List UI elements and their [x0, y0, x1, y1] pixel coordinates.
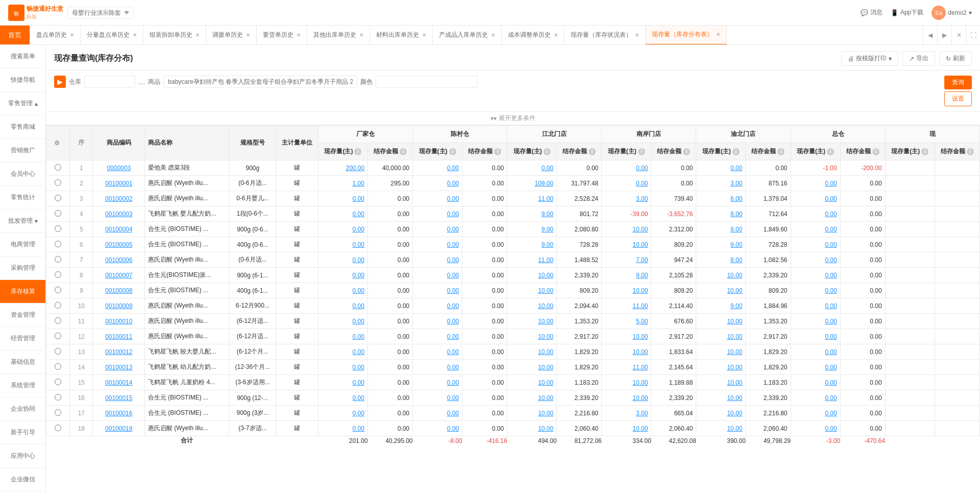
tab-product-in-history[interactable]: 产成品入库单历史 ✕ [433, 26, 502, 45]
row-radio[interactable] [46, 268, 70, 283]
sidebar-item-marketing[interactable]: 营销推广 [0, 139, 45, 162]
row-radio[interactable] [46, 421, 70, 436]
row-radio[interactable] [46, 360, 70, 375]
close-icon[interactable]: ✕ [246, 32, 250, 38]
row-radio[interactable] [46, 406, 70, 421]
close-icon[interactable]: ✕ [554, 32, 558, 38]
tab-home[interactable]: 首页 [0, 26, 30, 45]
message-btn[interactable]: 💬 消息 [861, 8, 883, 17]
row-radio[interactable] [46, 206, 70, 222]
sidebar-item-guide[interactable]: 新手引导 [0, 421, 45, 444]
sidebar-item-wechat[interactable]: 企业微信 [0, 468, 45, 491]
tab-stock-distribution[interactable]: 现存量（库存分布表） ✕ [646, 26, 727, 45]
sidebar-item-app-center[interactable]: 应用中心 [0, 444, 45, 468]
print-btn[interactable]: 🖨 按模版打印 ▾ [841, 51, 898, 66]
nav-next-btn[interactable]: ▶ [937, 26, 951, 45]
row-radio[interactable] [46, 375, 70, 390]
close-icon[interactable]: ✕ [491, 32, 495, 38]
sidebar-item-ecommerce[interactable]: 电商管理 [0, 233, 45, 256]
tab-cost-adjust-history[interactable]: 成本调整单历史 ✕ [502, 26, 565, 45]
row-radio[interactable] [46, 222, 70, 237]
search-btn[interactable]: 查询 [944, 76, 972, 89]
tab-stock-status[interactable]: 现存量（库存状况表） ✕ [565, 26, 646, 45]
tab-assembly-history[interactable]: 组装拆卸单历史 ✕ [143, 26, 206, 45]
row-radio[interactable] [46, 252, 70, 268]
row-w3-amt: 1,183.20 [557, 375, 602, 390]
filter-expand-icon[interactable]: ▶ [54, 76, 66, 88]
setting-btn[interactable]: 设置 [944, 91, 972, 106]
industry-select[interactable]: 母婴行业演示陈套 [67, 7, 134, 19]
nav-close-all-btn[interactable]: ✕ [951, 26, 966, 45]
tab-inventory-history[interactable]: 盘点单历史 ✕ [30, 26, 81, 45]
row-radio[interactable] [46, 237, 70, 252]
row-radio[interactable] [46, 390, 70, 406]
warehouse-dots-btn[interactable]: ... [138, 77, 145, 86]
th-settings[interactable]: ⚙ [46, 126, 70, 160]
row-radio[interactable] [46, 314, 70, 329]
row-unit: 罐 [276, 283, 318, 298]
tab-material-out-history[interactable]: 材料出库单历史 ✕ [370, 26, 433, 45]
table-container[interactable]: ⚙ 序 商品编码 商品名称 规格型号 主计量单位 厂家仓 陈村仓 江北门店 南岸… [46, 125, 980, 493]
sidebar-item-quick-nav[interactable]: 快捷导航 [0, 68, 45, 92]
tab-requisition-history[interactable]: 要货单历史 ✕ [257, 26, 307, 45]
close-icon[interactable]: ✕ [635, 32, 639, 38]
tab-portion-history[interactable]: 分量盘点单历史 ✕ [81, 26, 143, 45]
sidebar-item-finance[interactable]: 资金管理 [0, 303, 45, 327]
export-btn[interactable]: ↗ 导出 [902, 51, 935, 66]
sidebar-item-retail-manage[interactable]: 零售管理 ▴ [0, 92, 45, 115]
row-radio[interactable] [46, 329, 70, 344]
color-input[interactable] [376, 76, 478, 88]
sidebar-item-retail-stats[interactable]: 零售统计 [0, 186, 45, 209]
row-code: 00100007 [93, 268, 145, 283]
th-cur-amt: 结存金额i [935, 143, 979, 160]
warehouse-input[interactable] [84, 76, 135, 88]
sidebar-item-retail-mall[interactable]: 零售商城 [0, 115, 45, 139]
row-w4-amt: 809.20 [651, 283, 696, 298]
row-unit: 罐 [276, 298, 318, 314]
close-icon[interactable]: ✕ [422, 32, 426, 38]
row-radio[interactable] [46, 191, 70, 206]
row-index: 3 [70, 191, 93, 206]
sidebar-item-collab[interactable]: 企业协同 [0, 397, 45, 421]
expand-more-bar[interactable]: ▾▾ 展开更多条件 [46, 112, 980, 125]
table-row: 5 00100004 合生元 (BIOSTIME) ... 900g (0-6.… [46, 222, 980, 237]
sidebar-item-member[interactable]: 会员中心 [0, 162, 45, 186]
sidebar-item-basic-info[interactable]: 基础信息 [0, 350, 45, 374]
sidebar-item-search[interactable]: 搜索英单 [0, 45, 45, 68]
row-w4-qty: 10.00 [602, 421, 651, 436]
row-w3-amt: 1,829.20 [557, 344, 602, 360]
app-download-btn[interactable]: 📱 App下载 [891, 8, 923, 17]
summary-row: 合计 201.00 40,295.00 -8.00 -416.16 494.00… [46, 436, 980, 445]
sidebar-item-purchase[interactable]: 采购管理 [0, 256, 45, 280]
close-icon[interactable]: ✕ [133, 32, 137, 38]
row-radio[interactable] [46, 176, 70, 191]
row-w2-qty: 0.00 [413, 344, 462, 360]
nav-prev-btn[interactable]: ◀ [923, 26, 937, 45]
row-w2-qty: 0.00 [413, 421, 462, 436]
row-radio[interactable] [46, 160, 70, 176]
tab-transfer-history[interactable]: 调拨单历史 ✕ [206, 26, 257, 45]
nav-maximize-btn[interactable]: ⛶ [966, 26, 980, 45]
tab-other-out-history[interactable]: 其他出库单历史 ✕ [307, 26, 370, 45]
row-w5-qty: 10.00 [696, 314, 746, 329]
row-index: 11 [70, 314, 93, 329]
close-icon[interactable]: ✕ [195, 32, 200, 38]
sidebar-item-inventory[interactable]: 库存核算 [0, 280, 45, 303]
close-icon[interactable]: ✕ [359, 32, 363, 38]
product-input[interactable] [163, 76, 357, 88]
row-spec: (6-12月适... [229, 314, 276, 329]
row-code: 00100006 [93, 252, 145, 268]
close-icon[interactable]: ✕ [716, 32, 720, 37]
user-area[interactable]: Ea demo2 ▾ [932, 6, 972, 20]
sidebar-item-operations[interactable]: 经营管理 [0, 327, 45, 350]
refresh-btn[interactable]: ↻ 刷新 [939, 51, 972, 66]
sidebar-item-wholesale[interactable]: 批发管理 ▾ [0, 209, 45, 233]
row-code: 00100011 [93, 329, 145, 344]
close-icon[interactable]: ✕ [70, 32, 74, 38]
row-radio[interactable] [46, 283, 70, 298]
row-radio[interactable] [46, 344, 70, 360]
close-icon[interactable]: ✕ [297, 32, 301, 38]
row-w1-amt: 0.00 [368, 406, 412, 421]
sidebar-item-system[interactable]: 系统管理 [0, 374, 45, 397]
row-radio[interactable] [46, 298, 70, 314]
